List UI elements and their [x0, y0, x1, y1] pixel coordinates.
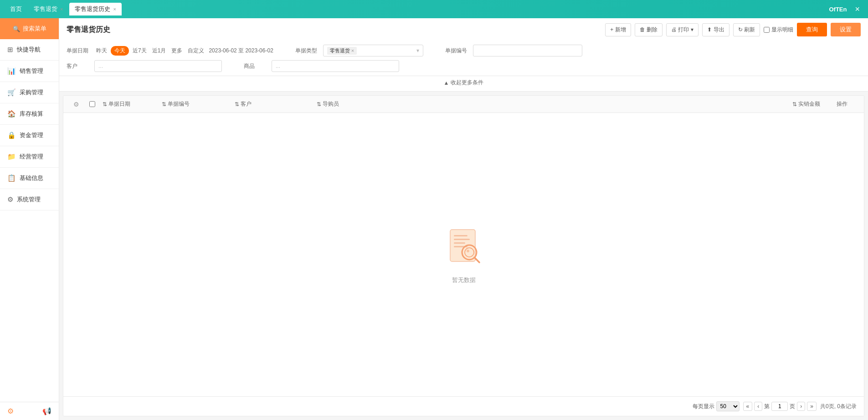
th-checkbox[interactable] — [85, 101, 99, 107]
operations-icon: 📁 — [7, 153, 16, 161]
sales-icon: 📊 — [7, 67, 16, 75]
print-button[interactable]: 🖨 打印 ▾ — [666, 23, 699, 36]
goods-select[interactable]: ... — [272, 60, 399, 72]
svg-rect-3 — [454, 242, 465, 244]
th-action: 操作 — [824, 100, 860, 108]
export-button-label: ⬆ 导出 — [707, 26, 724, 34]
page-label: 第 — [764, 403, 770, 410]
sidebar-item-purchase-label: 采购管理 — [20, 88, 43, 97]
query-button[interactable]: 查询 — [797, 23, 827, 36]
delete-button[interactable]: 🗑 删除 — [635, 23, 663, 36]
refresh-button[interactable]: ↻ 刷新 — [733, 23, 760, 36]
page-title: 零售退货历史 — [67, 25, 110, 35]
sidebar-item-operations[interactable]: 📁 经营管理 — [0, 146, 59, 168]
content-area: 零售退货历史 + 新增 🗑 删除 🖨 打印 ▾ ⬆ 导出 — [59, 18, 868, 420]
page-number-input[interactable] — [771, 402, 788, 411]
purchase-icon: 🛒 — [7, 88, 16, 97]
filter-type: 单据类型 零售退货 × ▾ — [295, 45, 423, 56]
tab-home[interactable]: 首页 — [5, 3, 27, 15]
show-detail-checkbox-wrapper[interactable]: 显示明细 — [764, 26, 793, 34]
setting-button[interactable]: 设置 — [831, 23, 861, 36]
sidebar-item-quick-nav[interactable]: ⊞ 快捷导航 — [0, 39, 59, 61]
tab-retail-return-close[interactable]: × — [60, 6, 63, 12]
type-tag: 零售退货 × — [327, 47, 357, 55]
sort-customer-icon[interactable]: ⇅ — [235, 101, 239, 108]
type-select[interactable]: 零售退货 × ▾ — [323, 45, 423, 56]
sort-amount-icon[interactable]: ⇅ — [792, 101, 797, 108]
sidebar-item-system[interactable]: ⚙ 系统管理 — [0, 189, 59, 210]
per-page-select[interactable]: 10 20 50 100 — [716, 401, 740, 411]
sidebar-search[interactable]: 🔍 搜索菜单 — [0, 18, 59, 39]
prev-page-button[interactable]: ‹ — [754, 402, 762, 411]
tab-retail-return-history-close[interactable]: × — [113, 6, 116, 12]
doc-no-input[interactable] — [473, 45, 582, 56]
new-button[interactable]: + 新增 — [605, 23, 631, 36]
date-btn-today[interactable]: 今天 — [111, 46, 129, 56]
table-header: ⚙ ⇅ 单据日期 ⇅ 单据编号 ⇅ 客户 ⇅ — [63, 96, 864, 113]
th-date: ⇅ 单据日期 — [99, 100, 158, 108]
tab-retail-return-history[interactable]: 零售退货历史 × — [69, 3, 121, 15]
top-bar: 首页 零售退货 × 零售退货历史 × OfTEn × — [0, 0, 868, 18]
sidebar-item-operations-label: 经营管理 — [20, 153, 43, 161]
sort-no-icon[interactable]: ⇅ — [162, 101, 166, 108]
tab-retail-return-history-label: 零售退货历史 — [75, 5, 110, 13]
sidebar-item-inventory-label: 库存核算 — [20, 110, 43, 118]
tab-retail-return[interactable]: 零售退货 × — [28, 3, 68, 15]
goods-placeholder: ... — [276, 63, 280, 69]
th-amount: ⇅ 实销金额 — [381, 100, 824, 108]
filter-area: 单据日期 昨天 今天 近7天 近1月 更多 自定义 2023-06-02 至 2… — [67, 41, 861, 91]
top-bar-right: OfTEn × — [829, 5, 863, 14]
export-button[interactable]: ⬆ 导出 — [702, 23, 729, 36]
date-btn-more[interactable]: 更多 — [169, 46, 184, 56]
sidebar-item-inventory[interactable]: 🏠 库存核算 — [0, 103, 59, 125]
th-no: ⇅ 单据编号 — [158, 100, 231, 108]
page-title-row: 零售退货历史 + 新增 🗑 删除 🖨 打印 ▾ ⬆ 导出 — [67, 23, 861, 36]
goods-filter-label: 商品 — [244, 62, 269, 70]
date-btn-last7[interactable]: 近7天 — [131, 46, 149, 56]
doc-no-filter-label: 单据编号 — [445, 47, 470, 55]
sidebar-speaker-icon[interactable]: 📢 — [42, 407, 51, 415]
date-btn-yesterday[interactable]: 昨天 — [94, 46, 109, 56]
collapse-button[interactable]: ▲ 收起更多条件 — [59, 76, 868, 89]
show-detail-checkbox[interactable] — [764, 27, 770, 33]
tab-home-label: 首页 — [10, 5, 22, 13]
next-page-button[interactable]: › — [797, 402, 805, 411]
show-detail-label: 显示明细 — [771, 26, 793, 34]
column-settings-icon[interactable]: ⚙ — [73, 101, 79, 108]
new-button-label: + 新增 — [610, 26, 626, 34]
sort-guide-icon[interactable]: ⇅ — [317, 101, 321, 108]
sidebar-item-purchase[interactable]: 🛒 采购管理 — [0, 82, 59, 103]
sort-date-icon[interactable]: ⇅ — [103, 101, 107, 108]
sidebar-footer: ⚙ 📢 — [0, 402, 59, 420]
tab-retail-return-label: 零售退货 — [34, 5, 57, 13]
last-page-button[interactable]: » — [807, 402, 817, 411]
sidebar-item-sales[interactable]: 📊 销售管理 — [0, 61, 59, 82]
sidebar-settings-icon[interactable]: ⚙ — [7, 407, 14, 415]
table-wrapper: ⚙ ⇅ 单据日期 ⇅ 单据编号 ⇅ 客户 ⇅ — [63, 95, 864, 416]
search-icon: 🔍 — [13, 26, 20, 32]
page-unit-label: 页 — [790, 403, 795, 410]
sidebar-item-finance[interactable]: 🔒 资金管理 — [0, 125, 59, 146]
brand-label: OfTEn — [829, 6, 847, 13]
first-page-button[interactable]: « — [743, 402, 753, 411]
th-date-label: 单据日期 — [108, 100, 130, 108]
date-btn-custom[interactable]: 自定义 — [186, 46, 206, 56]
system-icon: ⚙ — [7, 195, 13, 204]
type-select-arrow: ▾ — [416, 47, 419, 54]
type-tag-close[interactable]: × — [351, 48, 354, 53]
empty-state: 暂无数据 — [63, 113, 864, 396]
window-close-button[interactable]: × — [851, 5, 863, 14]
quick-nav-icon: ⊞ — [7, 46, 13, 54]
customer-select[interactable]: ... — [94, 60, 222, 72]
print-chevron-icon: ▾ — [691, 26, 693, 33]
per-page-label: 每页显示 — [693, 403, 714, 410]
sidebar-item-basic-info[interactable]: 📋 基础信息 — [0, 168, 59, 189]
delete-button-label: 🗑 删除 — [640, 26, 657, 34]
customer-filter-label: 客户 — [67, 62, 92, 70]
date-btn-last1m[interactable]: 近1月 — [150, 46, 168, 56]
type-tag-value: 零售退货 — [330, 47, 350, 54]
filter-row-2: 客户 ... 商品 ... — [67, 60, 861, 72]
sidebar-search-label: 搜索菜单 — [23, 25, 46, 33]
select-all-checkbox[interactable] — [89, 101, 95, 107]
th-settings[interactable]: ⚙ — [67, 101, 85, 108]
